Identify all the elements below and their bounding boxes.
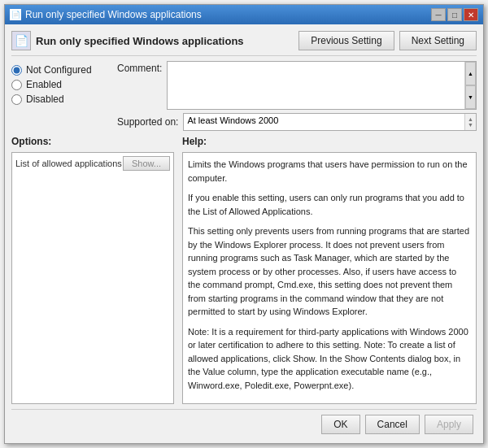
comment-scroll-down[interactable]: ▼: [465, 85, 476, 109]
supported-scrollbar: ▲▼: [464, 114, 476, 130]
help-label: Help:: [182, 136, 477, 147]
next-setting-button[interactable]: Next Setting: [399, 31, 477, 50]
supported-label: Supported on:: [117, 116, 178, 128]
radio-not-configured-input[interactable]: [11, 65, 22, 76]
radio-disabled-label: Disabled: [26, 94, 64, 105]
top-section: 📄 Run only specified Windows application…: [11, 31, 477, 56]
radio-section: Not Configured Enabled Disabled: [11, 61, 109, 131]
minimize-button[interactable]: ─: [431, 8, 446, 21]
page-icon: 📄: [11, 31, 31, 50]
dialog-title: Run only specified Windows applications: [36, 35, 244, 47]
radio-enabled-input[interactable]: [11, 80, 22, 90]
comment-supported-col: Comment: ▲ ▼ Supported on: At least Wind…: [117, 61, 477, 131]
help-panel: Limits the Windows programs that users h…: [182, 152, 477, 404]
options-item-row: List of allowed applications Show...: [15, 156, 170, 171]
radio-enabled[interactable]: Enabled: [11, 79, 109, 90]
options-panel: List of allowed applications Show...: [11, 152, 174, 404]
radio-not-configured-label: Not Configured: [26, 64, 92, 76]
show-button[interactable]: Show...: [123, 156, 170, 171]
help-para-1: Limits the Windows programs that users h…: [188, 158, 471, 185]
supported-row: Supported on: At least Windows 2000 ▲▼: [117, 113, 477, 131]
radio-disabled-input[interactable]: [11, 94, 22, 105]
comment-scrollbar[interactable]: ▲ ▼: [464, 62, 476, 109]
help-para-3: This setting only prevents users from ru…: [188, 224, 471, 319]
options-label: Options:: [11, 136, 174, 147]
title-bar: 📄 Run only specified Windows application…: [5, 5, 483, 24]
options-item-label: List of allowed applications: [15, 159, 122, 168]
radio-enabled-label: Enabled: [26, 79, 62, 90]
apply-button[interactable]: Apply: [425, 415, 473, 434]
main-window: 📄 Run only specified Windows application…: [4, 4, 484, 444]
maximize-button[interactable]: □: [447, 8, 462, 21]
help-para-2: If you enable this setting, users can on…: [188, 191, 471, 218]
radio-disabled[interactable]: Disabled: [11, 94, 109, 105]
comment-label: Comment:: [117, 61, 162, 74]
footer: OK Cancel Apply: [11, 409, 477, 437]
prev-setting-button[interactable]: Previous Setting: [298, 31, 394, 50]
cancel-button[interactable]: Cancel: [365, 415, 420, 434]
window-icon: 📄: [10, 9, 21, 20]
comment-box-wrapper: ▲ ▼: [167, 61, 477, 110]
top-left: 📄 Run only specified Windows application…: [11, 31, 244, 50]
close-button[interactable]: ✕: [464, 8, 478, 21]
radio-not-configured[interactable]: Not Configured: [11, 64, 109, 76]
title-bar-left: 📄 Run only specified Windows application…: [10, 9, 202, 20]
nav-buttons: Previous Setting Next Setting: [298, 31, 477, 50]
comment-textarea[interactable]: [168, 62, 464, 109]
panels-row: List of allowed applications Show... Lim…: [11, 152, 477, 404]
supported-value: At least Windows 2000: [184, 114, 464, 130]
supported-scroll-indicator: ▲▼: [465, 114, 476, 130]
options-help-labels: Options: Help:: [11, 136, 477, 147]
comment-scroll-up[interactable]: ▲: [465, 62, 476, 85]
ok-button[interactable]: OK: [321, 415, 359, 434]
window-title: Run only specified Windows applications: [25, 9, 202, 20]
help-para-4: Note: It is a requirement for third-part…: [188, 325, 471, 393]
radio-comment-section: Not Configured Enabled Disabled Comment:: [11, 61, 477, 131]
comment-row: Comment: ▲ ▼: [117, 61, 477, 110]
title-controls: ─ □ ✕: [431, 8, 478, 21]
content-area: 📄 Run only specified Windows application…: [5, 24, 483, 444]
supported-wrapper: At least Windows 2000 ▲▼: [183, 113, 477, 131]
